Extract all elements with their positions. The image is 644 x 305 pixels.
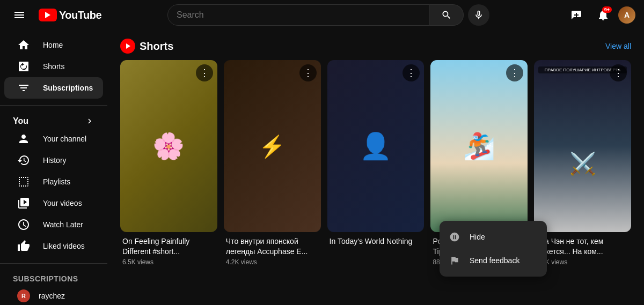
short-thumb-2 — [224, 60, 321, 232]
sidebar-divider-2 — [0, 263, 107, 264]
search-input[interactable] — [177, 10, 420, 20]
short-card-3[interactable]: ⋮ In Today's World Nothing — [327, 60, 425, 268]
shorts-section-icon — [120, 39, 135, 54]
short-thumb-1 — [120, 60, 217, 232]
sidebar-item-watch-later[interactable]: Watch Later — [4, 214, 103, 235]
youtube-logo[interactable]: YouTube — [39, 9, 101, 21]
shorts-section-title: Shorts — [120, 39, 173, 54]
subscriptions-icon — [17, 81, 30, 94]
logo-text: YouTube — [59, 9, 101, 21]
short-info-5: Хуа Чэн не тот, кем кажется... На ком...… — [534, 232, 631, 267]
sidebar-item-your-channel[interactable]: Your channel — [4, 128, 103, 150]
short-thumb-5: ПРАВОЕ ПОЛУШАРИЕ ИНТРОВЕРТА — [534, 60, 631, 232]
context-menu: Hide Send feedback — [440, 221, 547, 277]
subscriptions-section-title: Subscriptions — [0, 270, 107, 285]
menu-button[interactable] — [9, 4, 30, 26]
notifications-button[interactable]: 9+ — [592, 4, 614, 26]
short-card-5[interactable]: ПРАВОЕ ПОЛУШАРИЕ ИНТРОВЕРТА ⋮ Хуа Чэн не… — [534, 60, 631, 268]
you-section-expand[interactable] — [85, 116, 94, 126]
videos-icon — [17, 197, 30, 210]
shorts-icon — [17, 60, 30, 73]
context-menu-feedback-label: Send feedback — [470, 256, 519, 265]
sidebar-item-history-label: History — [43, 156, 67, 165]
voice-search-button[interactable] — [468, 4, 489, 26]
ban-icon — [448, 230, 461, 243]
sub-label-raychez: raychez — [39, 292, 65, 300]
sidebar-item-shorts[interactable]: Shorts — [4, 56, 103, 77]
context-menu-hide[interactable]: Hide — [440, 225, 547, 249]
shorts-grid: ⋮ On Feeling Painfully Different #short.… — [120, 60, 631, 268]
short-title-3: In Today's World Nothing — [330, 236, 422, 246]
flag-icon — [448, 254, 461, 267]
sidebar-item-your-videos-label: Your videos — [43, 199, 82, 207]
youtube-logo-icon — [39, 9, 57, 21]
short-info-2: Что внутри японской легенды Accuphase Е.… — [224, 232, 321, 267]
short-title-5: Хуа Чэн не тот, кем кажется... На ком... — [536, 236, 629, 256]
sidebar-item-your-channel-label: Your channel — [43, 135, 86, 143]
create-button[interactable] — [567, 4, 588, 26]
short-title-1: On Feeling Painfully Different #short... — [122, 236, 215, 256]
history-icon — [17, 154, 30, 167]
short-card-1[interactable]: ⋮ On Feeling Painfully Different #short.… — [120, 60, 217, 268]
context-menu-hide-label: Hide — [470, 233, 485, 241]
sub-item-raychez[interactable]: R raychez — [4, 285, 103, 305]
short-info-1: On Feeling Painfully Different #short...… — [120, 232, 217, 267]
search-button[interactable] — [429, 4, 464, 26]
context-menu-feedback[interactable]: Send feedback — [440, 249, 547, 272]
main-content: Shorts View all ⋮ On Feeling Painfully D… — [107, 30, 644, 305]
short-card-2[interactable]: ⋮ Что внутри японской легенды Accuphase … — [224, 60, 321, 268]
shorts-section-header: Shorts View all — [120, 39, 631, 54]
sidebar-item-your-videos[interactable]: Your videos — [4, 192, 103, 214]
short-thumb-3 — [327, 60, 425, 232]
short-more-button-1[interactable]: ⋮ — [196, 64, 213, 81]
short-more-button-2[interactable]: ⋮ — [299, 64, 317, 81]
liked-icon — [17, 240, 30, 252]
search-bar — [167, 4, 489, 26]
sidebar-divider-1 — [0, 105, 107, 106]
short-info-3: In Today's World Nothing — [327, 232, 425, 250]
sidebar-item-shorts-label: Shorts — [43, 62, 64, 71]
short-title-2: Что внутри японской легенды Accuphase Е.… — [226, 236, 319, 256]
sidebar-item-playlists[interactable]: Playlists — [4, 171, 103, 192]
user-avatar[interactable]: A — [618, 6, 635, 24]
sidebar-item-subscriptions[interactable]: Subscriptions — [4, 77, 103, 99]
watch-later-icon — [17, 218, 30, 231]
sidebar-item-liked-videos-label: Liked videos — [43, 242, 85, 250]
home-icon — [17, 39, 30, 51]
short-views-5: 3.8K views — [536, 258, 629, 266]
sidebar-item-home[interactable]: Home — [4, 34, 103, 56]
header-left: YouTube — [9, 4, 127, 26]
sidebar-item-history[interactable]: History — [4, 150, 103, 171]
search-input-wrap — [167, 4, 429, 26]
sub-avatar-raychez: R — [17, 289, 30, 302]
shorts-title-text: Shorts — [140, 40, 173, 53]
view-all-button[interactable]: View all — [605, 42, 631, 50]
sidebar: Home Shorts Subscriptions You — [0, 30, 107, 305]
you-section-title: You — [0, 112, 107, 128]
sidebar-item-watch-later-label: Watch Later — [43, 220, 83, 229]
short-more-button-4[interactable]: ⋮ — [506, 64, 523, 81]
main-layout: Home Shorts Subscriptions You — [0, 30, 644, 305]
sidebar-item-playlists-label: Playlists — [43, 177, 70, 186]
short-thumb-4 — [430, 60, 528, 232]
person-icon — [17, 132, 30, 145]
short-views-2: 4.2K views — [226, 258, 319, 266]
short-more-button-5[interactable]: ⋮ — [610, 64, 627, 81]
notification-badge: 9+ — [602, 6, 612, 13]
sidebar-item-home-label: Home — [43, 41, 63, 49]
sidebar-item-liked-videos[interactable]: Liked videos — [4, 235, 103, 257]
header-right: 9+ A — [567, 4, 635, 26]
app-header: YouTube 9+ A — [0, 0, 644, 30]
sidebar-item-subscriptions-label: Subscriptions — [43, 84, 93, 92]
playlists-icon — [17, 175, 30, 188]
short-views-1: 6.5K views — [122, 258, 215, 266]
